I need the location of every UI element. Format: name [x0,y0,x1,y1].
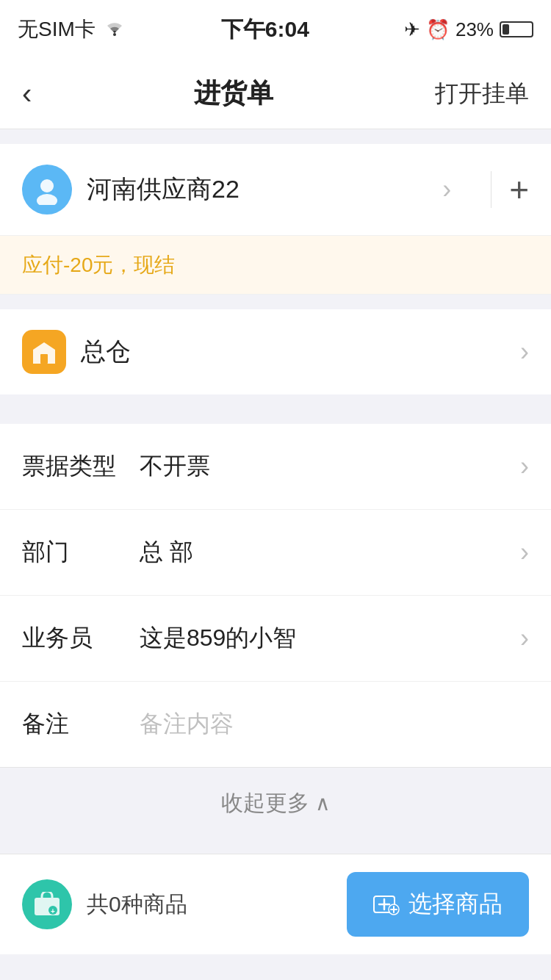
gap-1 [0,129,551,144]
dept-label: 部门 [22,536,118,569]
remark-label: 备注 [22,708,118,741]
back-button[interactable]: ‹ [22,77,32,110]
select-product-button[interactable]: 选择商品 [347,872,529,937]
status-left: 无SIM卡 [18,15,126,43]
warehouse-name: 总仓 [81,335,520,369]
gap-3 [0,394,551,409]
page-title: 进货单 [194,76,273,112]
bottom-bar: + 共0种商品 选择商品 [0,854,551,954]
collapse-label: 收起更多 [221,788,309,818]
supplier-avatar [22,165,72,215]
add-supplier-button[interactable]: + [509,173,529,206]
notice-banner: 应付-20元，现结 [0,236,551,295]
supplier-row[interactable]: 河南供应商22 › + [0,144,551,236]
collapse-row[interactable]: 收起更多 ∧ [0,767,551,839]
form-section: 票据类型 不开票 › 部门 总 部 › 业务员 这是859的小智 › 备注 备注… [0,424,551,767]
dept-row[interactable]: 部门 总 部 › [0,510,551,596]
sales-chevron-icon: › [520,623,529,654]
status-time: 下午6:04 [221,15,309,45]
invoice-chevron-icon: › [520,451,529,482]
warehouse-chevron-icon: › [520,336,529,367]
svg-rect-3 [40,354,48,364]
divider [491,171,491,208]
supplier-name: 河南供应商22 [87,173,442,206]
wifi-icon [103,18,126,41]
svg-point-1 [40,179,54,192]
svg-point-0 [113,33,116,36]
warehouse-card: 总仓 › [0,309,551,394]
sales-label: 业务员 [22,622,118,655]
invoice-row[interactable]: 票据类型 不开票 › [0,424,551,510]
battery-percent: 23% [455,18,494,41]
status-bar: 无SIM卡 下午6:04 ✈ ⏰ 23% [0,0,551,59]
dept-value: 总 部 [118,536,520,569]
carrier-text: 无SIM卡 [18,15,96,43]
remark-row[interactable]: 备注 备注内容 [0,682,551,767]
alarm-icon: ⏰ [426,18,450,41]
invoice-label: 票据类型 [22,450,118,483]
product-count-text: 共0种商品 [87,890,347,920]
supplier-card: 河南供应商22 › + 应付-20元，现结 [0,144,551,295]
select-btn-label: 选择商品 [408,888,503,920]
svg-text:+: + [51,907,55,915]
sales-row[interactable]: 业务员 这是859的小智 › [0,596,551,682]
product-icon: + [22,879,72,929]
status-right: ✈ ⏰ 23% [404,18,533,41]
warehouse-icon [22,330,66,374]
svg-point-2 [37,194,57,205]
battery-icon [500,21,533,37]
gap-2 [0,295,551,309]
sales-value: 这是859的小智 [118,622,520,655]
invoice-value: 不开票 [118,450,520,483]
open-pending-button[interactable]: 打开挂单 [435,78,529,110]
lower-background [0,954,551,980]
notice-text: 应付-20元，现结 [22,253,175,276]
supplier-chevron-icon: › [442,174,451,205]
collapse-icon: ∧ [315,791,331,815]
gap-4 [0,839,551,854]
nav-bar: ‹ 进货单 打开挂单 [0,59,551,129]
remark-input[interactable]: 备注内容 [118,708,529,741]
location-icon: ✈ [404,18,420,41]
warehouse-row[interactable]: 总仓 › [0,309,551,394]
dept-chevron-icon: › [520,537,529,568]
